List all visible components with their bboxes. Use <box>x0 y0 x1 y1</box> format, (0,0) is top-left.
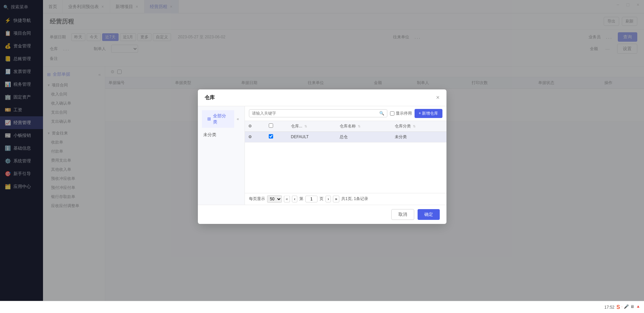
add-warehouse-button[interactable]: + 新增仓库 <box>415 109 442 118</box>
taskbar-icon-filter[interactable]: 🔺 <box>636 304 641 310</box>
show-disabled-label[interactable]: 显示停用 <box>390 111 412 116</box>
sort-icon-category: ⇅ <box>413 124 416 128</box>
modal-prev-page[interactable]: ‹ <box>292 196 297 202</box>
modal-first-page[interactable]: « <box>284 196 290 202</box>
taskbar-icon-dot: · <box>621 304 622 310</box>
modal-header: 仓库 × <box>198 89 446 106</box>
cancel-button[interactable]: 取消 <box>391 209 414 220</box>
col-settings: ⚙ <box>245 121 266 132</box>
minimize-btn[interactable]: − <box>613 0 622 9</box>
modal-actions: 取消 确定 <box>198 205 446 224</box>
modal-total-info: 共1页, 1条记录 <box>341 196 368 202</box>
confirm-button[interactable]: 确定 <box>418 209 440 220</box>
uncategorized-label: 未分类 <box>203 132 216 138</box>
modal-uncategorized[interactable]: 未分类 <box>198 129 245 141</box>
modal-body: ⊞ 全部分类 « 未分类 🔍 <box>198 106 446 205</box>
modal-table-area: ⚙ 仓库... ⇅ 仓库名称 ⇅ <box>245 121 446 193</box>
sort-icon-name: ⇅ <box>358 124 360 128</box>
taskbar-right: 17:52 S · 🎤 🖥 🔺 <box>604 304 641 310</box>
search-icon: 🔍 <box>379 111 384 116</box>
modal-toolbar: 🔍 显示停用 + 新增仓库 <box>245 106 446 121</box>
taskbar-icon-mic[interactable]: 🎤 <box>624 304 629 310</box>
warehouse-modal: 仓库 × ⊞ 全部分类 « 未分类 <box>198 89 446 224</box>
apps-icon: ⊞ <box>207 116 211 121</box>
modal-title: 仓库 <box>205 94 215 101</box>
taskbar-icon-s[interactable]: S <box>616 304 620 310</box>
row-code: DEFAULT <box>288 131 336 142</box>
modal-table-row[interactable]: ⚙ DEFAULT 总仓 未分类 <box>245 131 446 142</box>
col-checkbox <box>265 121 288 132</box>
row-settings[interactable]: ⚙ <box>245 131 266 142</box>
taskbar-icons: S · 🎤 🖥 🔺 <box>616 304 641 310</box>
modal-right-panel: 🔍 显示停用 + 新增仓库 ⚙ <box>245 106 446 205</box>
modal-last-page[interactable]: » <box>333 196 339 202</box>
close-btn[interactable]: × <box>633 0 643 9</box>
row-category: 未分类 <box>391 131 446 142</box>
col-category[interactable]: 仓库分类 ⇅ <box>391 121 446 132</box>
modal-all-category[interactable]: ⊞ 全部分类 <box>202 110 234 128</box>
row-check-1[interactable] <box>269 134 273 139</box>
row-name: 总仓 <box>336 131 391 142</box>
show-disabled-checkbox[interactable] <box>390 111 394 116</box>
modal-page-suffix: 页 <box>319 196 324 202</box>
window-chrome: − □ × <box>612 0 644 9</box>
modal-search-box[interactable]: 🔍 <box>249 109 388 117</box>
sort-icon-code: ⇅ <box>304 124 307 128</box>
modal-left-panel: ⊞ 全部分类 « 未分类 <box>198 106 245 205</box>
modal-overlay: 仓库 × ⊞ 全部分类 « 未分类 <box>0 0 644 313</box>
modal-page-input[interactable] <box>305 196 317 202</box>
taskbar: 17:52 S · 🎤 🖥 🔺 <box>0 301 644 313</box>
modal-search-input[interactable] <box>252 111 378 116</box>
col-name[interactable]: 仓库名称 ⇅ <box>336 121 391 132</box>
modal-per-page-label: 每页显示 <box>249 196 265 202</box>
col-code[interactable]: 仓库... ⇅ <box>288 121 336 132</box>
taskbar-time: 17:52 <box>604 305 614 310</box>
row-checkbox[interactable] <box>265 131 288 142</box>
modal-warehouse-table: ⚙ 仓库... ⇅ 仓库名称 ⇅ <box>245 121 446 143</box>
modal-page-label: 第 <box>299 196 303 202</box>
modal-pagination: 每页显示 50 « ‹ 第 页 › » 共1页, 1条记录 <box>245 193 446 205</box>
modal-close-btn[interactable]: × <box>436 94 440 101</box>
modal-collapse-icon[interactable]: « <box>234 115 242 123</box>
modal-per-page-select[interactable]: 50 <box>267 195 282 203</box>
show-disabled-text: 显示停用 <box>396 111 412 116</box>
table-select-all[interactable] <box>269 123 273 128</box>
gear-icon-sm[interactable]: ⚙ <box>248 124 252 128</box>
maximize-btn[interactable]: □ <box>623 0 633 9</box>
all-category-label: 全部分类 <box>213 113 229 125</box>
taskbar-icon-screen[interactable]: 🖥 <box>630 304 634 310</box>
modal-next-page[interactable]: › <box>326 196 331 202</box>
